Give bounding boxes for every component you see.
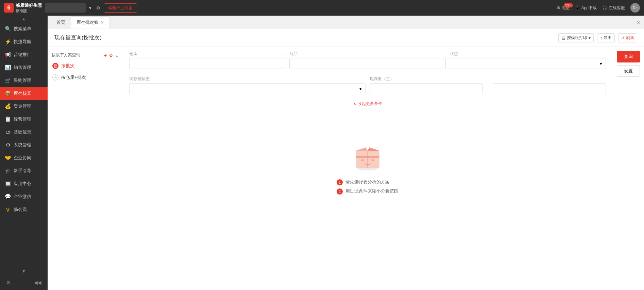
tab-close-btn[interactable]: ✕ bbox=[101, 20, 104, 25]
sidebar-item-apps[interactable]: 🔲 应用中心 bbox=[0, 177, 48, 190]
status-dropdown-icon: ▾ bbox=[600, 61, 602, 66]
left-panel-collapse-btn[interactable]: « bbox=[115, 53, 118, 58]
sidebar-item-wechat[interactable]: 💬 企业微信 bbox=[0, 190, 48, 203]
query-btn[interactable]: 查询 bbox=[617, 51, 640, 62]
inventory-status-select[interactable]: ▾ bbox=[129, 83, 366, 94]
tab-bar: 首页 库存批次账 ✕ ✕ bbox=[48, 16, 644, 29]
basic-icon: 🗂 bbox=[5, 129, 11, 135]
user-avatar-btn[interactable]: Rit bbox=[630, 3, 640, 13]
page-header-actions: 🖨 按模板打印 ▾ ↑ 导出 ↺ 刷新 bbox=[558, 33, 637, 42]
marketing-icon: 📢 bbox=[5, 52, 11, 58]
sidebar-item-newbie[interactable]: 🎓 新手引导 bbox=[0, 164, 48, 177]
operations-icon: 📋 bbox=[5, 116, 11, 122]
message-btn[interactable]: ✉ 消息 99+ bbox=[557, 5, 570, 11]
experience-btn[interactable]: 体验行业方案 bbox=[104, 3, 137, 13]
product-more-btn[interactable]: ··· bbox=[442, 52, 446, 56]
search-icon: 🔍 bbox=[5, 26, 11, 32]
sidebar-item-search[interactable]: 🔍 搜索菜单 bbox=[0, 22, 48, 35]
finance-icon: 💰 bbox=[5, 103, 11, 109]
empty-state: 1 请先选择要分析的方案 2 用过滤条件来缩小分析范围 bbox=[122, 113, 613, 224]
left-panel: 按以下方案查询 + ⚙ « 批 按批次 仓 按仓库+批次 bbox=[48, 47, 122, 224]
brand-name: 畅康通好生意 bbox=[16, 2, 42, 8]
sidebar-scroll-down[interactable]: ▼ bbox=[0, 268, 48, 275]
status-select[interactable]: ▾ bbox=[450, 58, 606, 69]
tab-inventory-batch[interactable]: 库存批次账 ✕ bbox=[71, 16, 110, 29]
sidebar-item-quick-nav[interactable]: ⚡ 快捷导航 bbox=[0, 35, 48, 48]
quantity-min-input[interactable] bbox=[370, 83, 483, 94]
sidebar-item-finance[interactable]: 💰 资金管理 bbox=[0, 100, 48, 113]
sidebar-scroll-up[interactable]: ▲ bbox=[0, 16, 48, 22]
nav-settings-btn[interactable]: ⚙ bbox=[95, 4, 102, 12]
sidebar-settings-btn[interactable]: ⚙ bbox=[5, 278, 12, 287]
top-bar: 6 畅康通好生意 标准版 ▾ ⚙ 体验行业方案 ✉ 消息 99+ 📱 App下载 bbox=[0, 0, 644, 16]
product-input[interactable] bbox=[289, 58, 445, 69]
nav-dropdown-btn[interactable]: ▾ bbox=[88, 4, 93, 12]
status-label: 状态 bbox=[450, 51, 458, 57]
warehouse-input[interactable] bbox=[129, 58, 285, 69]
left-panel-actions: + ⚙ « bbox=[104, 53, 118, 58]
sidebar-item-sales[interactable]: 📊 销售管理 bbox=[0, 61, 48, 74]
app-download-btn[interactable]: 📱 App下载 bbox=[575, 5, 597, 11]
quantity-dash: — bbox=[486, 86, 490, 91]
phone-icon: 📱 bbox=[575, 5, 580, 10]
collapse-row[interactable]: ∧ 收起更多条件 bbox=[129, 98, 606, 109]
sidebar-item-system[interactable]: ⚙ 系统管理 bbox=[0, 139, 48, 151]
page-content: 现存量查询(按批次) 🖨 按模板打印 ▾ ↑ 导出 ↺ 刷新 bbox=[48, 29, 644, 290]
tab-home[interactable]: 首页 bbox=[51, 17, 71, 28]
main-layout: ▲ 🔍 搜索菜单 ⚡ 快捷导航 📢 营销推广 📊 销售管理 🛒 采购管理 bbox=[0, 16, 644, 290]
left-panel-item-by-warehouse-batch[interactable]: 仓 按仓库+批次 bbox=[48, 72, 122, 83]
refresh-icon: ↺ bbox=[621, 36, 625, 40]
sidebar-collapse-btn[interactable]: ◀◀ bbox=[33, 278, 43, 287]
sidebar-item-operations[interactable]: 📋 经营管理 bbox=[0, 113, 48, 126]
sidebar-item-purchase[interactable]: 🛒 采购管理 bbox=[0, 74, 48, 87]
print-icon: 🖨 bbox=[561, 36, 565, 40]
newbie-icon: 🎓 bbox=[5, 168, 11, 174]
left-panel-wrapper: 按以下方案查询 + ⚙ « 批 按批次 仓 按仓库+批次 bbox=[48, 47, 644, 224]
sidebar: ▲ 🔍 搜索菜单 ⚡ 快捷导航 📢 营销推广 📊 销售管理 🛒 采购管理 bbox=[0, 16, 48, 290]
message-icon: ✉ bbox=[557, 5, 560, 10]
left-panel-add-btn[interactable]: + bbox=[104, 53, 107, 58]
inventory-status-dropdown-icon: ▾ bbox=[359, 86, 362, 91]
inventory-icon: 📦 bbox=[5, 90, 11, 96]
top-bar-right: ✉ 消息 99+ 📱 App下载 🎧 在线客服 Rit bbox=[557, 3, 640, 13]
export-icon: ↑ bbox=[600, 36, 602, 40]
empty-tip-2: 2 用过滤条件来缩小分析范围 bbox=[337, 188, 399, 195]
export-btn[interactable]: ↑ 导出 bbox=[597, 33, 615, 42]
sidebar-item-enterprise[interactable]: 🤝 企业协同 bbox=[0, 151, 48, 164]
quantity-filter: 现存量（主） — bbox=[370, 76, 606, 94]
apps-icon: 🔲 bbox=[5, 181, 11, 187]
status-filter: 状态 ▾ bbox=[450, 51, 606, 69]
headset-icon: 🎧 bbox=[602, 5, 607, 10]
svg-point-5 bbox=[372, 159, 374, 161]
action-buttons: 查询 设置 bbox=[613, 47, 644, 224]
quantity-max-input[interactable] bbox=[493, 83, 606, 94]
enterprise-icon: 🤝 bbox=[5, 155, 11, 161]
left-panel-settings-btn[interactable]: ⚙ bbox=[109, 53, 113, 58]
content-area: 首页 库存批次账 ✕ ✕ 现存量查询(按批次) 🖨 按模板打印 ▾ bbox=[48, 16, 644, 290]
nav-input[interactable] bbox=[45, 3, 86, 13]
filter-row-1: 仓库 ··· 商品 ··· bbox=[129, 51, 606, 69]
close-all-btn[interactable]: ✕ bbox=[637, 20, 641, 25]
user-avatar: Rit bbox=[630, 3, 640, 13]
sidebar-item-inventory[interactable]: 📦 库存核算 bbox=[0, 87, 48, 100]
print-btn[interactable]: 🖨 按模板打印 ▾ bbox=[558, 33, 594, 42]
refresh-btn[interactable]: ↺ 刷新 bbox=[618, 33, 637, 42]
sidebar-bottom: ⚙ ◀◀ bbox=[0, 275, 48, 290]
main-filter-area: 仓库 ··· 商品 ··· bbox=[122, 47, 613, 224]
sidebar-item-basic[interactable]: 🗂 基础信息 bbox=[0, 126, 48, 139]
page-header: 现存量查询(按批次) 🖨 按模板打印 ▾ ↑ 导出 ↺ 刷新 bbox=[48, 29, 644, 47]
system-icon: ⚙ bbox=[5, 142, 11, 148]
sidebar-items: ⚡ 快捷导航 📢 营销推广 📊 销售管理 🛒 采购管理 📦 库存核算 💰 bbox=[0, 35, 48, 268]
edition-tag: 标准版 bbox=[16, 8, 42, 14]
empty-tip-1: 1 请先选择要分析的方案 bbox=[337, 179, 399, 185]
sidebar-item-member[interactable]: V 畅会员 bbox=[0, 203, 48, 216]
message-badge: 99+ bbox=[564, 3, 573, 7]
warehouse-filter: 仓库 ··· bbox=[129, 51, 285, 69]
svg-point-4 bbox=[361, 159, 363, 161]
sidebar-item-marketing[interactable]: 📢 营销推广 bbox=[0, 48, 48, 61]
warehouse-more-btn[interactable]: ··· bbox=[282, 52, 285, 56]
settings-btn[interactable]: 设置 bbox=[617, 65, 640, 77]
by-warehouse-batch-icon: 仓 bbox=[52, 74, 58, 80]
left-panel-item-by-batch[interactable]: 批 按批次 bbox=[48, 60, 122, 72]
service-btn[interactable]: 🎧 在线客服 bbox=[602, 5, 625, 11]
